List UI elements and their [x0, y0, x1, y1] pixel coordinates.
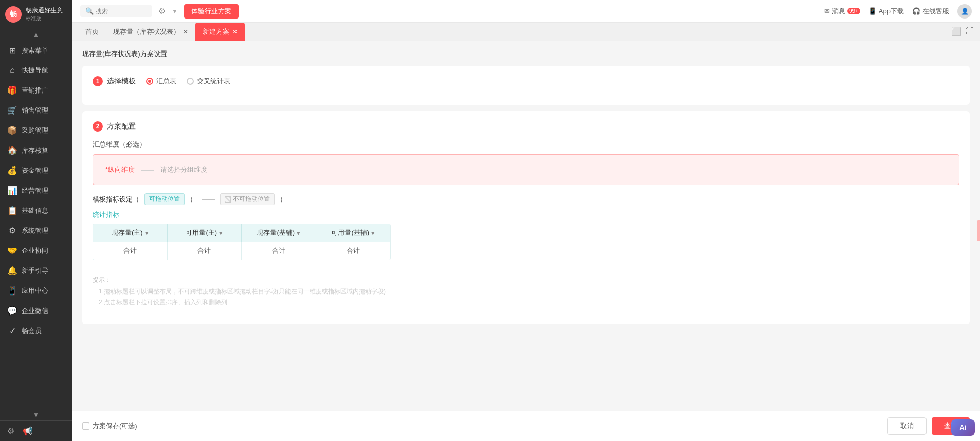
sidebar-item-label: 畅会员 [22, 326, 42, 336]
page-title: 现存量(库存状况表)方案设置 [82, 49, 970, 59]
sidebar-item-label: 基础信息 [22, 206, 48, 215]
tab-inventory-status[interactable]: 现存量（库存状况表） ✕ [106, 23, 195, 41]
cell-1-4: 合计 [316, 242, 391, 260]
sidebar-item-system[interactable]: ⚙ 系统管理 [0, 220, 72, 241]
online-service-button[interactable]: 🎧 在线客服 [912, 7, 949, 16]
col1-dropdown-icon[interactable]: ▾ [145, 229, 149, 237]
col-header-4[interactable]: 可用量(基辅) ▾ [316, 224, 391, 242]
sidebar-item-purchase[interactable]: 📦 采购管理 [0, 120, 72, 140]
sidebar-nav: ⊞ 搜索菜单 ⌂ 快捷导航 🎁 营销推广 🛒 销售管理 📦 采购管理 🏠 库存核… [0, 41, 72, 409]
indicator-settings-middle: ） [190, 195, 196, 204]
stat-label: 统计指标 [93, 210, 959, 219]
basic-info-icon: 📋 [7, 206, 17, 215]
dim-box[interactable]: *纵向维度 —— 请选择分组维度 [93, 154, 959, 185]
message-label: 消息 [832, 7, 845, 16]
save-option[interactable]: 方案保存(可选) [82, 421, 137, 431]
sidebar-item-operation[interactable]: 📊 经营管理 [0, 180, 72, 200]
tab-new-plan[interactable]: 新建方案 ✕ [195, 23, 245, 41]
operation-icon: 📊 [7, 186, 17, 195]
search-input[interactable] [96, 8, 137, 15]
sidebar-scroll-up[interactable]: ▲ [0, 29, 72, 41]
sidebar-item-label: 搜索菜单 [22, 46, 48, 56]
user-avatar[interactable]: 👤 [957, 4, 972, 19]
step2-header: 2 方案配置 [93, 121, 959, 132]
sidebar-item-member[interactable]: ✓ 畅会员 [0, 321, 72, 341]
search-box[interactable]: 🔍 [80, 5, 152, 17]
sidebar-item-finance[interactable]: 💰 资金管理 [0, 160, 72, 180]
radio-cross-label: 交叉统计表 [197, 77, 230, 86]
inventory-icon: 🏠 [7, 145, 17, 155]
cancel-button[interactable]: 取消 [887, 417, 927, 435]
sidebar-item-search-menu[interactable]: ⊞ 搜索菜单 [0, 41, 72, 61]
indicator-settings: 模板指标设定（ 可拖动位置 ） —— 不可拖动位置 ） [93, 193, 959, 205]
app-center-icon: 📱 [7, 286, 17, 296]
cell-1-3: 合计 [242, 242, 316, 260]
save-checkbox[interactable] [82, 422, 89, 430]
tab-restore-icon[interactable]: ⬜ [951, 27, 961, 36]
sidebar-item-label: 库存核算 [22, 146, 48, 155]
quick-nav-icon: ⌂ [7, 66, 17, 75]
sidebar-item-sales[interactable]: 🛒 销售管理 [0, 100, 72, 120]
sidebar-item-guide[interactable]: 🔔 新手引导 [0, 261, 72, 281]
ai-fab-button[interactable]: Ai [951, 419, 975, 436]
message-icon: ✉ [824, 7, 830, 15]
stat-table-row-1: 合计 合计 合计 合计 [93, 242, 390, 260]
stat-table-header: 现存量(主) ▾ 可用量(主) ▾ 现存量(基辅) ▾ 可用量(基辅) ▾ [93, 224, 390, 242]
trial-button[interactable]: 体验行业方案 [184, 4, 239, 19]
radio-cross[interactable]: 交叉统计表 [187, 77, 230, 86]
col2-dropdown-icon[interactable]: ▾ [219, 229, 223, 237]
cell-1-1: 合计 [93, 242, 168, 260]
main-area: 🔍 ⚙ ▼ 体验行业方案 ✉ 消息 99+ 📱 App下载 🎧 在线客服 👤 [72, 0, 980, 441]
dim-title: 汇总维度（必选） [93, 140, 959, 149]
home-tab-label: 首页 [85, 27, 99, 36]
template-radio-group: 汇总表 交叉统计表 [146, 77, 230, 86]
col4-dropdown-icon[interactable]: ▾ [371, 229, 375, 237]
col1-label: 现存量(主) [112, 228, 143, 237]
tab-home[interactable]: 首页 [78, 23, 106, 41]
col3-dropdown-icon[interactable]: ▾ [297, 229, 300, 237]
message-badge: 99+ [847, 8, 860, 14]
content-area: 现存量(库存状况表)方案设置 1 选择模板 汇总表 交叉统计表 [72, 41, 980, 411]
inventory-tab-label: 现存量（库存状况表） [113, 27, 180, 36]
sidebar-item-label: 企业协同 [22, 246, 48, 255]
sidebar-item-marketing[interactable]: 🎁 营销推广 [0, 80, 72, 100]
stat-table: 现存量(主) ▾ 可用量(主) ▾ 现存量(基辅) ▾ 可用量(基辅) ▾ [93, 224, 391, 260]
sidebar-item-label: 营销推广 [22, 86, 48, 95]
inventory-tab-close[interactable]: ✕ [183, 28, 188, 35]
tips-item-1: 1.拖动标题栏可以调整布局，不可跨维度或指标区域拖动栏目字段(只能在同一维度或指… [93, 287, 959, 296]
speaker-icon[interactable]: 📢 [23, 426, 33, 436]
dim-separator: —— [141, 166, 154, 174]
tips-item-2: 2.点击标题栏下拉可设置排序、插入列和删除列 [93, 298, 959, 307]
brand-sub: 标准版 [26, 15, 63, 22]
col-header-2[interactable]: 可用量(主) ▾ [168, 224, 242, 242]
gear-icon[interactable]: ⚙ [158, 6, 166, 16]
indicator-settings-end: ） [280, 195, 286, 204]
new-plan-tab-close[interactable]: ✕ [232, 28, 238, 35]
cooperation-icon: 🤝 [7, 246, 17, 255]
tips-title: 提示： [93, 275, 959, 284]
app-download-button[interactable]: 📱 App下载 [868, 7, 904, 16]
app-download-label: App下载 [879, 7, 904, 16]
sidebar-item-label: 采购管理 [22, 126, 48, 135]
sales-icon: 🛒 [7, 105, 17, 115]
tab-expand-icon[interactable]: ⛶ [966, 27, 974, 36]
sidebar-scroll-down[interactable]: ▼ [0, 409, 72, 420]
col-header-1[interactable]: 现存量(主) ▾ [93, 224, 168, 242]
col-header-3[interactable]: 现存量(基辅) ▾ [242, 224, 316, 242]
topbar-dropdown[interactable]: ▼ [172, 8, 178, 15]
sidebar: 畅 畅康通好生意 标准版 ▲ ⊞ 搜索菜单 ⌂ 快捷导航 🎁 营销推广 🛒 销售… [0, 0, 72, 441]
headset-icon: 🎧 [912, 7, 920, 15]
sidebar-item-app-center[interactable]: 📱 应用中心 [0, 281, 72, 301]
step1-header: 1 选择模板 汇总表 交叉统计表 [93, 76, 959, 86]
settings-icon[interactable]: ⚙ [7, 426, 14, 436]
side-scroll-indicator [977, 220, 980, 241]
sidebar-item-quick-nav[interactable]: ⌂ 快捷导航 [0, 61, 72, 80]
sidebar-item-label: 资金管理 [22, 166, 48, 175]
message-button[interactable]: ✉ 消息 99+ [824, 7, 860, 16]
sidebar-item-basic-info[interactable]: 📋 基础信息 [0, 200, 72, 220]
col3-label: 现存量(基辅) [257, 228, 295, 237]
sidebar-item-cooperation[interactable]: 🤝 企业协同 [0, 241, 72, 261]
sidebar-item-wechat[interactable]: 💬 企业微信 [0, 301, 72, 321]
sidebar-item-inventory[interactable]: 🏠 库存核算 [0, 140, 72, 160]
radio-summary[interactable]: 汇总表 [146, 77, 176, 86]
